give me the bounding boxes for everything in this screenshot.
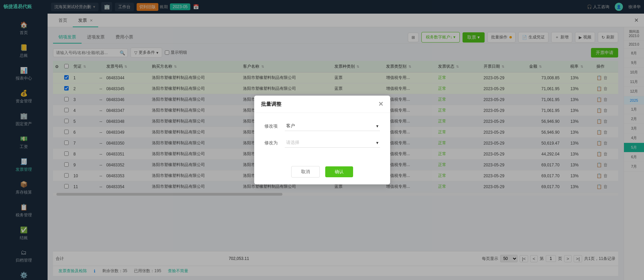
change-select[interactable]: 请选择 ▾ xyxy=(285,138,380,148)
modal-title: 批量调整 xyxy=(261,101,281,108)
chevron-down-icon-change: ▾ xyxy=(376,140,379,145)
modal-header: 批量调整 ✕ xyxy=(254,96,390,113)
form-row-field: 修改项 客户 ▾ xyxy=(264,121,380,131)
field-select[interactable]: 客户 ▾ xyxy=(285,121,380,131)
modal-footer: 取消 确认 xyxy=(254,163,390,184)
form-row-change: 修改为 请选择 ▾ xyxy=(264,138,380,148)
change-label: 修改为 xyxy=(264,140,285,146)
modal-overlay: 批量调整 ✕ 修改项 客户 ▾ 修改为 请选择 ▾ 取消 确认 xyxy=(0,0,644,280)
batch-adjust-modal: 批量调整 ✕ 修改项 客户 ▾ 修改为 请选择 ▾ 取消 确认 xyxy=(254,96,390,184)
field-label: 修改项 xyxy=(264,123,285,129)
confirm-button[interactable]: 确认 xyxy=(325,166,353,177)
change-placeholder: 请选择 xyxy=(286,139,299,146)
cancel-button[interactable]: 取消 xyxy=(291,166,320,178)
modal-body: 修改项 客户 ▾ 修改为 请选择 ▾ xyxy=(254,113,390,163)
chevron-down-icon-field: ▾ xyxy=(376,123,379,129)
modal-close-btn[interactable]: ✕ xyxy=(378,100,383,108)
field-value: 客户 xyxy=(286,123,295,129)
